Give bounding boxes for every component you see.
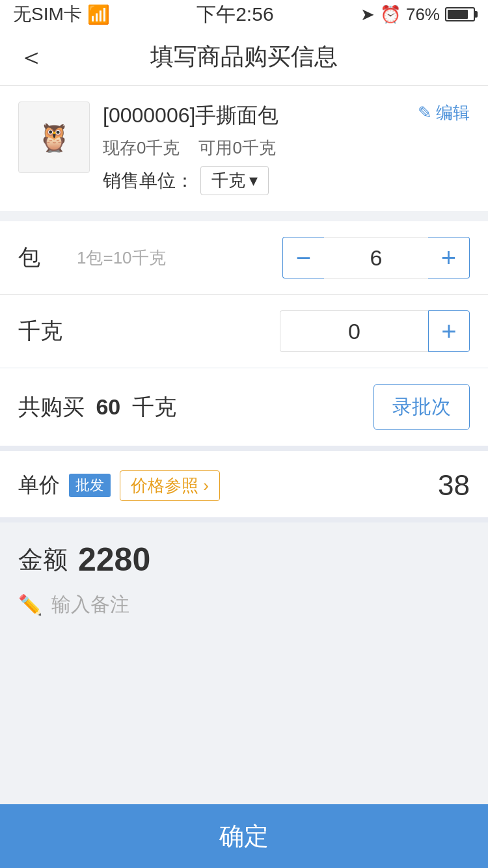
price-row: 单价 批发 价格参照 › 38 [18, 469, 470, 502]
kilogram-quantity-control: + [280, 310, 470, 352]
amount-value: 2280 [78, 541, 150, 578]
amount-row: 金额 2280 [18, 541, 470, 578]
total-prefix: 共购买 [18, 394, 85, 419]
package-increment-button[interactable]: + [428, 237, 470, 278]
unit-value: 千克 [211, 169, 245, 192]
total-text: 共购买 60 千克 [18, 392, 176, 422]
price-section: 单价 批发 价格参照 › 38 [0, 451, 488, 522]
amount-label: 金额 [18, 543, 68, 576]
confirm-button-label: 确定 [219, 820, 269, 853]
product-stock: 现存0千克 可用0千克 [103, 137, 470, 159]
battery-label: 76% [406, 5, 440, 25]
unit-selector[interactable]: 千克 ▾ [200, 166, 269, 195]
amount-section: 金额 2280 ✏️ 输入备注 [0, 522, 488, 631]
carrier-label: 无SIM卡 [13, 2, 82, 27]
edit-label: 编辑 [436, 102, 470, 124]
package-quantity-input[interactable] [324, 237, 428, 278]
total-unit: 千克 [132, 394, 176, 419]
product-name: [0000006]手撕面包 [103, 102, 470, 130]
batch-tag: 批发 [69, 474, 111, 497]
kilogram-label: 千克 [18, 316, 70, 346]
price-label: 单价 [18, 471, 60, 500]
status-left: 无SIM卡 📶 [13, 2, 110, 27]
product-section: 🦉 [0000006]手撕面包 现存0千克 可用0千克 销售单位： 千克 ▾ ✎… [0, 86, 488, 211]
kilogram-row: 千克 + [0, 295, 488, 368]
wifi-icon: 📶 [87, 4, 110, 25]
product-info: [0000006]手撕面包 现存0千克 可用0千克 销售单位： 千克 ▾ [103, 102, 470, 195]
status-right: ➤ ⏰ 76% [360, 5, 475, 25]
location-icon: ➤ [360, 5, 375, 25]
back-button[interactable]: ＜ [18, 39, 44, 75]
price-ref-button[interactable]: 价格参照 › [120, 470, 220, 501]
price-left: 单价 批发 价格参照 › [18, 470, 220, 501]
unit-label: 销售单位： [103, 169, 194, 193]
note-placeholder[interactable]: 输入备注 [51, 591, 129, 618]
package-decrement-button[interactable]: − [282, 237, 324, 278]
edit-icon: ✎ [418, 103, 432, 123]
alarm-icon: ⏰ [380, 5, 401, 25]
price-value: 38 [438, 469, 470, 502]
time-label: 下午2:56 [197, 1, 273, 28]
stock-label: 现存0千克 [103, 138, 180, 157]
page-title: 填写商品购买信息 [150, 41, 338, 73]
nav-bar: ＜ 填写商品购买信息 [0, 29, 488, 86]
total-amount: 60 [96, 394, 120, 419]
edit-button[interactable]: ✎ 编辑 [418, 102, 470, 124]
product-thumbnail: 🦉 [18, 102, 90, 173]
chevron-down-icon: ▾ [249, 170, 258, 191]
note-row: ✏️ 输入备注 [18, 591, 470, 631]
status-bar: 无SIM卡 📶 下午2:56 ➤ ⏰ 76% [0, 0, 488, 29]
battery-icon [445, 7, 475, 21]
package-label: 包 [18, 243, 70, 273]
pencil-icon: ✏️ [18, 593, 42, 616]
confirm-button[interactable]: 确定 [0, 804, 488, 868]
kilogram-quantity-input[interactable] [280, 310, 428, 352]
package-row: 包 1包=10千克 − + [0, 221, 488, 295]
available-label: 可用0千克 [198, 138, 275, 157]
batch-button[interactable]: 录批次 [373, 384, 470, 430]
package-hint: 1包=10千克 [77, 247, 282, 269]
product-logo: 🦉 [37, 122, 71, 154]
total-row: 共购买 60 千克 录批次 [0, 368, 488, 451]
package-quantity-control: − + [282, 237, 470, 278]
kilogram-increment-button[interactable]: + [428, 310, 470, 352]
product-unit-row: 销售单位： 千克 ▾ [103, 166, 470, 195]
